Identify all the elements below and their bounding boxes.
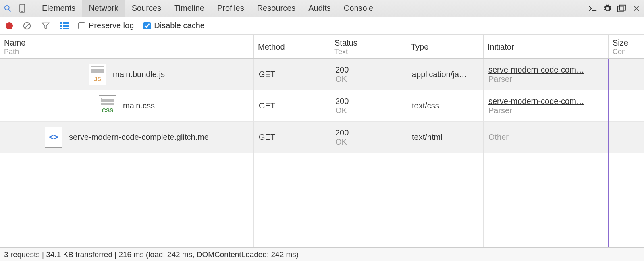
request-method: GET xyxy=(254,122,330,153)
col-status-sub: Text xyxy=(334,48,402,56)
request-initiator[interactable]: serve-modern-code-com… xyxy=(488,65,603,75)
col-method[interactable]: Method xyxy=(254,35,330,58)
tab-timeline[interactable]: Timeline xyxy=(168,0,211,17)
file-css-icon: CSS xyxy=(99,95,116,116)
tab-sources[interactable]: Sources xyxy=(125,0,168,17)
status-text: 3 requests | 34.1 KB transferred | 216 m… xyxy=(4,250,299,259)
col-size[interactable]: Size Con xyxy=(609,35,644,58)
request-type: application/ja… xyxy=(407,59,484,90)
svg-line-10 xyxy=(25,23,29,28)
svg-marker-11 xyxy=(42,23,49,29)
request-status: 200OK xyxy=(330,59,407,90)
col-name-sub: Path xyxy=(4,48,249,56)
col-type[interactable]: Type xyxy=(407,35,484,58)
table-row[interactable]: JSmain.bundle.jsGET200OKapplication/ja…s… xyxy=(0,59,644,90)
disable-cache-checkbox[interactable]: Disable cache xyxy=(143,21,205,30)
device-mode-icon[interactable] xyxy=(18,4,27,13)
dock-side-icon[interactable] xyxy=(617,4,626,13)
request-status: 200OK xyxy=(330,122,407,153)
request-size xyxy=(609,122,644,153)
col-name-label: Name xyxy=(4,38,249,48)
clear-icon[interactable] xyxy=(23,21,31,30)
request-name: main.bundle.js xyxy=(113,70,165,79)
preserve-log-checkbox[interactable]: Preserve log xyxy=(78,21,134,30)
request-size xyxy=(609,59,644,90)
network-toolbar: Preserve log Disable cache xyxy=(0,17,644,35)
col-status[interactable]: Status Text xyxy=(330,35,407,58)
network-table-body: JSmain.bundle.jsGET200OKapplication/ja…s… xyxy=(0,59,644,247)
col-name[interactable]: Name Path xyxy=(0,35,254,58)
file-js-icon: JS xyxy=(89,64,106,85)
tab-elements[interactable]: Elements xyxy=(35,0,82,17)
col-initiator[interactable]: Initiator xyxy=(484,35,609,58)
request-initiator[interactable]: serve-modern-code-com… xyxy=(488,97,603,106)
svg-rect-2 xyxy=(20,4,25,12)
tabbar-left-icons xyxy=(3,4,35,13)
devtools-tabbar: ElementsNetworkSourcesTimelineProfilesRe… xyxy=(0,0,644,17)
request-method: GET xyxy=(254,59,330,90)
file-html-icon: <> xyxy=(45,127,62,148)
request-method: GET xyxy=(254,90,330,122)
svg-rect-17 xyxy=(63,28,69,29)
tabbar-right-icons xyxy=(584,4,641,13)
load-event-indicator xyxy=(608,59,609,247)
large-rows-icon[interactable] xyxy=(60,21,69,30)
request-name: main.css xyxy=(123,101,155,110)
panel-tabs: ElementsNetworkSourcesTimelineProfilesRe… xyxy=(35,0,380,17)
tab-audits[interactable]: Audits xyxy=(302,0,337,17)
request-type: text/html xyxy=(407,122,484,153)
devtools-window: ElementsNetworkSourcesTimelineProfilesRe… xyxy=(0,0,644,261)
table-row[interactable]: <>serve-modern-code-complete.glitch.meGE… xyxy=(0,122,644,153)
search-icon[interactable] xyxy=(3,4,12,13)
svg-rect-5 xyxy=(618,6,623,12)
preserve-log-label: Preserve log xyxy=(89,21,134,30)
col-type-label: Type xyxy=(411,42,478,52)
tab-profiles[interactable]: Profiles xyxy=(211,0,251,17)
svg-point-0 xyxy=(5,5,9,10)
col-status-label: Status xyxy=(334,38,402,48)
col-size-label: Size xyxy=(613,38,639,48)
request-size xyxy=(609,90,644,122)
disable-cache-label: Disable cache xyxy=(154,21,205,30)
record-button[interactable] xyxy=(6,22,13,29)
request-type: text/css xyxy=(407,90,484,122)
settings-gear-icon[interactable] xyxy=(603,4,612,13)
request-name: serve-modern-code-complete.glitch.me xyxy=(69,133,209,142)
request-initiator: Other xyxy=(488,133,603,142)
col-initiator-label: Initiator xyxy=(488,42,603,52)
close-icon[interactable] xyxy=(632,4,641,13)
svg-rect-16 xyxy=(60,28,62,29)
tab-console[interactable]: Console xyxy=(337,0,380,17)
col-size-sub: Con xyxy=(613,48,639,56)
filter-icon[interactable] xyxy=(41,21,50,30)
col-method-label: Method xyxy=(258,42,325,52)
svg-rect-12 xyxy=(60,22,62,24)
svg-rect-15 xyxy=(63,25,69,27)
table-row[interactable]: CSSmain.cssGET200OKtext/cssserve-modern-… xyxy=(0,90,644,122)
svg-rect-14 xyxy=(60,25,62,27)
network-table-header: Name Path Method Status Text Type Initia… xyxy=(0,35,644,59)
network-status-bar: 3 requests | 34.1 KB transferred | 216 m… xyxy=(0,247,644,261)
svg-rect-13 xyxy=(63,22,69,24)
show-console-icon[interactable] xyxy=(588,4,597,13)
empty-grid-lines xyxy=(0,153,644,247)
tab-network[interactable]: Network xyxy=(82,0,125,17)
request-status: 200OK xyxy=(330,90,407,122)
tab-resources[interactable]: Resources xyxy=(251,0,302,17)
svg-line-1 xyxy=(9,9,11,11)
